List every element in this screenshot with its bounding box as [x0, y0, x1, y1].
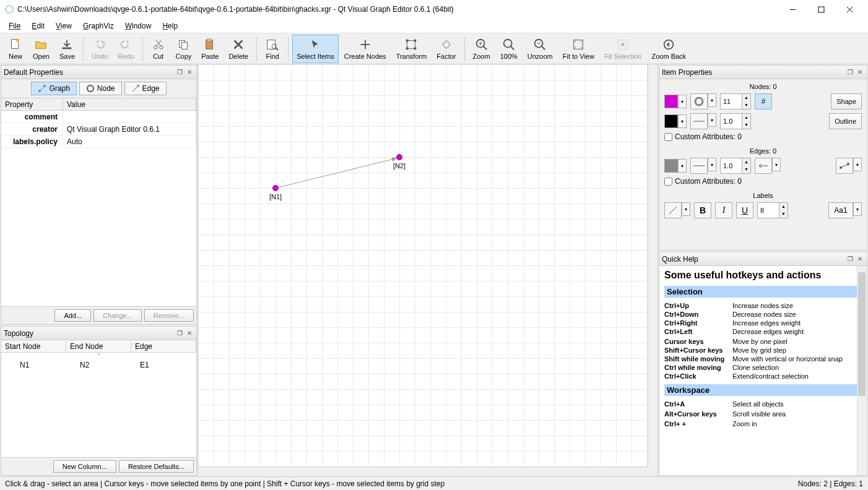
save-button[interactable]: Save [55, 35, 79, 63]
panel-close-icon[interactable]: ✕ [856, 255, 864, 264]
edge-arrow-combo[interactable] [755, 158, 772, 174]
font-dropdown[interactable]: ▾ [853, 202, 862, 216]
delete-button[interactable]: Delete [224, 35, 253, 63]
edge-color-swatch[interactable] [664, 159, 678, 173]
help-row: Shift+Cursor keysMove by grid step [664, 346, 862, 355]
menu-view[interactable]: View [51, 20, 77, 32]
vertical-scrollbar[interactable] [648, 64, 658, 466]
property-row[interactable]: labels.policyAuto [1, 135, 196, 148]
select-items-button[interactable]: Select Items [292, 35, 339, 63]
canvas[interactable]: [N1][N2] [198, 64, 658, 476]
bold-button[interactable]: B [694, 202, 711, 218]
new-column-button[interactable]: New Column... [53, 460, 116, 473]
fit-selection-button[interactable]: Fit Selection [600, 35, 646, 63]
hash-button[interactable]: # [755, 93, 772, 110]
svg-point-51 [847, 163, 849, 165]
maximize-button[interactable] [807, 1, 835, 18]
menu-file[interactable]: File [4, 20, 25, 32]
minimize-button[interactable] [779, 1, 806, 18]
add-button[interactable]: Add... [54, 309, 91, 322]
open-button[interactable]: Open [28, 35, 54, 63]
col-end-node[interactable]: End Node [66, 340, 131, 352]
panel-close-icon[interactable]: ✕ [185, 68, 194, 77]
shape-button[interactable]: Shape [831, 93, 862, 110]
new-button[interactable]: New [4, 35, 27, 63]
panel-close-icon[interactable]: ✕ [856, 68, 864, 77]
node-fill-swatch[interactable] [664, 95, 678, 108]
zoom-100-button[interactable]: 100% [496, 35, 522, 63]
remove-button[interactable]: Remove... [144, 309, 194, 322]
label-size-input[interactable]: ▲▼ [757, 202, 788, 218]
zoom-button[interactable]: Zoom [469, 35, 495, 63]
edge-style-dropdown[interactable]: ▾ [708, 158, 716, 171]
nodes-custom-attr-checkbox[interactable] [664, 133, 672, 141]
panel-float-icon[interactable]: ❐ [175, 329, 184, 338]
panel-float-icon[interactable]: ❐ [846, 255, 854, 264]
label-color-combo[interactable] [664, 202, 682, 218]
unzoom-button[interactable]: Unzoom [523, 35, 557, 63]
edge-direction-combo[interactable] [836, 158, 853, 174]
property-row[interactable]: comment [1, 111, 196, 123]
item-properties-panel: Item Properties ❐ ✕ Nodes: 0 ▾ ▾ ▲▼ # Sh… [659, 65, 867, 251]
cut-button[interactable]: Cut [147, 35, 170, 63]
tab-graph[interactable]: Graph [31, 82, 76, 95]
close-button[interactable] [836, 1, 863, 18]
menu-help[interactable]: Help [157, 20, 183, 32]
create-nodes-button[interactable]: Create Nodes [340, 35, 391, 63]
fit-to-view-button[interactable]: Fit to View [558, 35, 599, 63]
outline-color-dropdown[interactable]: ▾ [678, 114, 687, 128]
svg-rect-5 [63, 47, 72, 49]
menu-window[interactable]: Window [120, 20, 157, 32]
panel-float-icon[interactable]: ❐ [846, 68, 854, 77]
find-button[interactable]: Find [261, 35, 284, 63]
col-value: Value [63, 98, 196, 110]
tab-node[interactable]: Node [79, 82, 122, 95]
change-button[interactable]: Change... [93, 309, 142, 322]
italic-button[interactable]: I [715, 202, 732, 218]
menu-graphviz[interactable]: GraphViz [78, 20, 119, 32]
font-combo[interactable]: Aa1 [828, 202, 853, 218]
menu-edit[interactable]: Edit [27, 20, 50, 32]
col-edge[interactable]: Edge [131, 340, 196, 352]
paste-button[interactable]: Paste [197, 35, 223, 63]
factor-button[interactable]: Factor [432, 35, 460, 63]
node-shape-dropdown[interactable]: ▾ [708, 93, 716, 107]
graph-node[interactable] [272, 185, 279, 191]
node-fill-dropdown[interactable]: ▾ [678, 95, 687, 108]
graph-node[interactable] [396, 154, 402, 160]
panel-float-icon[interactable]: ❐ [175, 68, 184, 77]
outline-color-swatch[interactable] [664, 114, 678, 128]
help-scrollbar[interactable] [857, 266, 867, 475]
edge-width-input[interactable]: ▲▼ [720, 158, 751, 174]
edge-arrow-dropdown[interactable]: ▾ [772, 158, 781, 171]
label-color-dropdown[interactable]: ▾ [682, 202, 690, 216]
node-size-input[interactable]: ▲▼ [720, 93, 751, 110]
horizontal-scrollbar[interactable] [198, 466, 648, 476]
tab-edge[interactable]: Edge [124, 82, 167, 95]
zoom-back-button[interactable]: Zoom Back [647, 35, 690, 63]
underline-button[interactable]: U [736, 202, 753, 218]
edge-style-combo[interactable] [690, 158, 708, 174]
property-row[interactable]: creatorQt Visual Graph Editor 0.6.1 [1, 123, 196, 135]
copy-button[interactable]: Copy [171, 35, 196, 63]
restore-defaults-button[interactable]: Restore Defaults... [119, 460, 194, 473]
topology-row[interactable]: N1N2E1 [1, 359, 196, 371]
redo-button[interactable]: Redo [113, 35, 138, 63]
node-shape-combo[interactable] [690, 93, 708, 110]
quick-help-body[interactable]: Some useful hotkeys and actions Selectio… [659, 266, 867, 475]
edge-direction-dropdown[interactable]: ▾ [853, 158, 862, 171]
panel-close-icon[interactable]: ✕ [185, 329, 194, 338]
help-row: Ctrl+LeftDecrease edges weight [664, 327, 862, 336]
col-start-node[interactable]: Start Node [1, 340, 66, 352]
outline-width-input[interactable]: ▲▼ [720, 113, 751, 129]
statusbar: Click & drag - select an area | Cursor k… [0, 476, 868, 490]
edge-color-dropdown[interactable]: ▾ [678, 159, 687, 173]
help-row: Alt+Cursor keysScroll visible area [664, 410, 862, 418]
edges-custom-attr-checkbox[interactable] [664, 178, 672, 186]
transform-button[interactable]: Transform [392, 35, 432, 63]
outline-style-dropdown[interactable]: ▾ [708, 113, 716, 127]
undo-button[interactable]: Undo [87, 35, 112, 63]
edges-count-label: Edges: 0 [664, 146, 862, 156]
outline-button[interactable]: Outline [829, 113, 862, 129]
outline-style-combo[interactable] [690, 113, 708, 129]
